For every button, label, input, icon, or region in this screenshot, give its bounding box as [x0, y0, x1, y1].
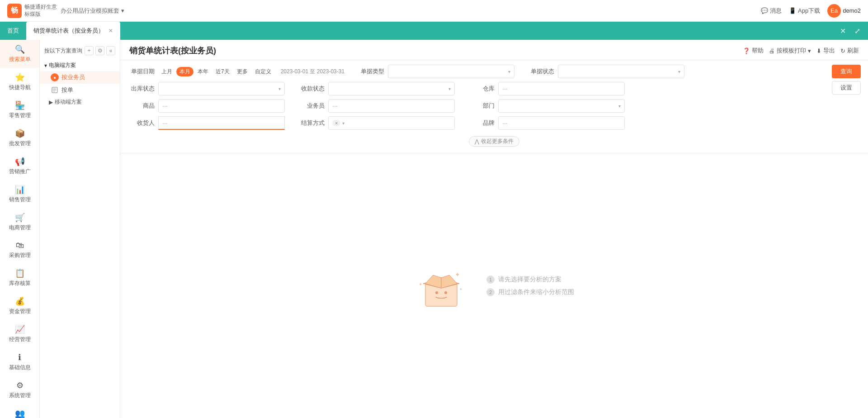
chevron-down-icon: ▾: [678, 69, 680, 74]
export-button[interactable]: ⬇ 导出: [816, 47, 835, 55]
sidebar-item-inventory[interactable]: 📋 库存核算: [0, 264, 39, 292]
doc-type-filter[interactable]: ▾: [388, 65, 514, 78]
scheme-panel-icons: + ⚙ «: [85, 46, 115, 55]
svg-text:✦: ✦: [459, 287, 462, 291]
dept-filter[interactable]: ▾: [498, 99, 625, 113]
scheme-item-by-salesperson[interactable]: ● 按业务员: [40, 71, 120, 84]
help-button[interactable]: ❓ 帮助: [743, 47, 764, 55]
date-tab-this-month[interactable]: 本月: [176, 67, 193, 76]
date-tabs: 上月 本月 本年 近7天 更多 自定义: [158, 67, 274, 76]
chevron-down-icon: ▾: [808, 48, 811, 54]
sidebar-item-search[interactable]: 🔍 搜索菜单: [0, 40, 39, 68]
date-tab-this-year[interactable]: 本年: [194, 67, 212, 76]
date-tab-last-month[interactable]: 上月: [158, 67, 175, 76]
svg-text:✦: ✦: [455, 271, 460, 278]
sidebar-item-wholesale[interactable]: 📦 批发管理: [0, 124, 39, 152]
empty-illustration: ✦ ✦ ✦: [414, 259, 468, 313]
doc-type-label: 单据类型: [357, 67, 384, 76]
sidebar-item-quick-nav[interactable]: ⭐ 快捷导航: [0, 68, 39, 96]
corp-icon: 👥: [15, 408, 25, 418]
out-status-label: 出库状态: [127, 85, 155, 93]
top-bar: 畅 畅捷通好生意 标煤版 办公用品行业模拟账套 ▾ 💬 消息 📱 App下载 E…: [0, 0, 868, 22]
tab-home[interactable]: 首页: [0, 22, 26, 40]
receipt-status-filter[interactable]: ▾: [328, 82, 455, 95]
sidebar-item-retail[interactable]: 🏪 零售管理: [0, 96, 39, 124]
finance-icon: 💰: [15, 296, 25, 306]
sidebar-item-corp[interactable]: 👥 企业协同: [0, 404, 39, 418]
scheme-group-desktop-title[interactable]: ▾ 电脑端方案: [40, 60, 120, 71]
scheme-panel: 按以下方案查询 + ⚙ « ▾ 电脑端方案 ● 按业务员: [40, 40, 120, 418]
scheme-collapse-button[interactable]: «: [106, 46, 115, 55]
chevron-down-icon: ▾: [121, 7, 124, 14]
scheme-item-by-order[interactable]: 按单: [40, 84, 120, 96]
wholesale-icon: 📦: [15, 128, 25, 138]
sidebar-item-sales[interactable]: 📊 销售管理: [0, 180, 39, 208]
chevron-down-icon: ▾: [448, 86, 451, 91]
consignee-label: 收货人: [127, 119, 155, 127]
main-layout: 🔍 搜索菜单 ⭐ 快捷导航 🏪 零售管理 📦 批发管理 📢 营销推广 📊 销售管…: [0, 40, 868, 418]
top-bar-right: 💬 消息 📱 App下载 Ea demo2: [761, 4, 861, 18]
brand-filter[interactable]: ···: [498, 116, 625, 130]
empty-text: 1 请先选择要分析的方案 2 用过滤条件来缩小分析范围: [486, 276, 574, 296]
collapse-button[interactable]: ⋀ 收起更多条件: [469, 136, 519, 147]
date-tab-custom[interactable]: 自定义: [252, 67, 274, 76]
payment-filter[interactable]: × ▾: [328, 116, 455, 130]
top-bar-left: 畅 畅捷通好生意 标煤版 办公用品行业模拟账套 ▾: [7, 4, 124, 18]
refresh-button[interactable]: ↻ 刷新: [840, 47, 859, 55]
empty-state: ✦ ✦ ✦ 1 请先选择要分析的方案 2 用过滤条件来缩小分析范围: [120, 153, 868, 418]
out-status-filter[interactable]: ▾: [158, 82, 285, 95]
chevron-down-icon: ▾: [618, 104, 621, 109]
brand-label: 品牌: [467, 119, 495, 127]
export-icon: ⬇: [816, 48, 821, 54]
download-icon: 📱: [789, 7, 796, 14]
date-filter[interactable]: 上月 本月 本年 近7天 更多 自定义 2023-03-01 至 2023-03…: [158, 67, 344, 76]
message-action[interactable]: 💬 消息: [761, 7, 782, 15]
app-download-action[interactable]: 📱 App下载: [789, 7, 820, 15]
tab-bar-actions: ✕ ⤢: [837, 25, 868, 36]
print-button[interactable]: 🖨 按模板打印 ▾: [769, 47, 811, 55]
scheme-group-mobile-title[interactable]: ▶ 移动端方案: [44, 96, 120, 108]
warehouse-filter[interactable]: ···: [498, 82, 625, 95]
message-icon: 💬: [761, 7, 768, 14]
payment-clear-tag[interactable]: ×: [332, 120, 340, 126]
close-window-button[interactable]: ✕: [837, 25, 848, 36]
tab-sales-report[interactable]: 销货单统计表（按业务员） ✕: [26, 22, 120, 40]
sidebar-item-basic[interactable]: ℹ 基础信息: [0, 348, 39, 376]
retail-icon: 🏪: [15, 100, 25, 110]
collapse-row: ⋀ 收起更多条件: [127, 133, 861, 148]
header-actions: ❓ 帮助 🖨 按模板打印 ▾ ⬇ 导出 ↻ 刷新: [743, 47, 859, 55]
ops-icon: 📈: [15, 324, 25, 334]
main-panel: 销货单统计表(按业务员) ❓ 帮助 🖨 按模板打印 ▾ ⬇ 导出: [120, 40, 868, 418]
settings-button[interactable]: 设置: [832, 81, 861, 95]
doc-status-filter[interactable]: ▾: [558, 65, 684, 78]
search-icon: 🔍: [15, 44, 25, 54]
scheme-group-mobile: ▶ 移动端方案: [40, 96, 120, 108]
date-tab-last-7[interactable]: 近7天: [212, 67, 233, 76]
breadcrumb[interactable]: 办公用品行业模拟账套 ▾: [61, 7, 124, 15]
goods-filter[interactable]: ···: [158, 99, 285, 113]
query-button[interactable]: 查询: [832, 65, 861, 78]
sidebar-item-ops[interactable]: 📈 经营管理: [0, 320, 39, 348]
tab-close-icon[interactable]: ✕: [108, 28, 113, 34]
scheme-add-button[interactable]: +: [85, 46, 94, 55]
chevron-down-icon: ▾: [278, 86, 281, 91]
consignee-filter[interactable]: ···: [158, 116, 285, 130]
star-icon: ⭐: [15, 72, 25, 82]
date-range-value: 2023-03-01 至 2023-03-31: [281, 68, 344, 76]
dept-label: 部门: [467, 102, 495, 110]
expand-window-button[interactable]: ⤢: [852, 25, 863, 36]
logo-icon: 畅: [7, 4, 22, 18]
date-tab-more[interactable]: 更多: [234, 67, 251, 76]
sidebar-item-ecom[interactable]: 🛒 电商管理: [0, 208, 39, 236]
user-area[interactable]: Ea demo2: [827, 4, 861, 18]
sidebar-item-purchase[interactable]: 🛍 采购管理: [0, 236, 39, 264]
chevron-right-icon: ▶: [49, 99, 53, 105]
salesperson-filter[interactable]: ···: [328, 99, 455, 113]
sidebar-item-finance[interactable]: 💰 资金管理: [0, 292, 39, 320]
logo-text: 畅捷通好生意 标煤版: [24, 4, 57, 18]
sidebar-item-system[interactable]: ⚙ 系统管理: [0, 376, 39, 404]
empty-hint-1: 1 请先选择要分析的方案: [486, 276, 574, 284]
sidebar-item-marketing[interactable]: 📢 营销推广: [0, 152, 39, 180]
payment-label: 结算方式: [297, 119, 325, 127]
scheme-settings-button[interactable]: ⚙: [95, 46, 104, 55]
